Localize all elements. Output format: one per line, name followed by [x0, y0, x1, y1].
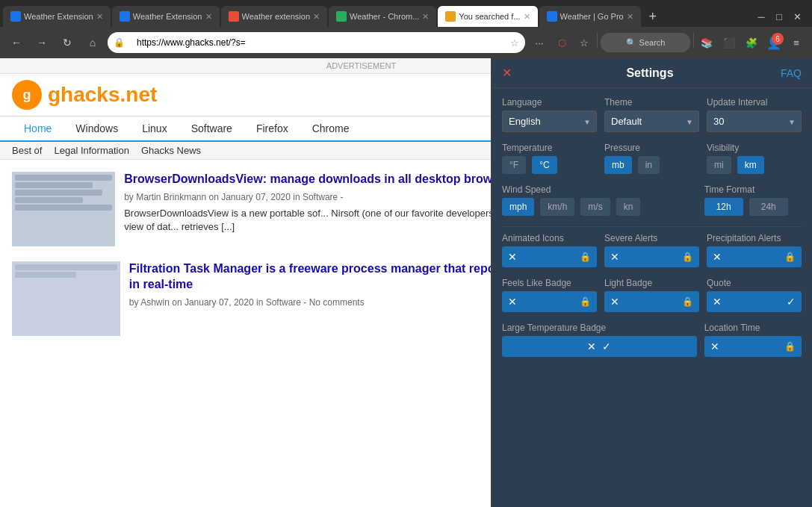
language-select-wrapper: English — [502, 111, 597, 132]
wind-mph-button[interactable]: mph — [502, 198, 534, 216]
tab-close-1[interactable]: ✕ — [96, 12, 103, 22]
search-icon: 🔍 — [626, 38, 636, 48]
quote-label: Quote — [707, 278, 802, 288]
light-badge-toggle[interactable]: ✕ 🔒 — [604, 291, 699, 312]
wind-kmh-button[interactable]: km/h — [540, 198, 574, 216]
toolbar-icons: ··· ⬡ ☆ 🔍 Search 📚 ⬛ 🧩 👤 6 ≡ — [530, 33, 806, 52]
update-interval-label: Update Interval — [707, 97, 802, 108]
tab-close-5[interactable]: ✕ — [524, 12, 530, 22]
temp-c-button[interactable]: °C — [532, 156, 557, 174]
tab-6[interactable]: Weather | Go Pro ✕ — [539, 6, 641, 27]
new-tab-button[interactable]: + — [642, 6, 663, 27]
reload-button[interactable]: ↻ — [57, 32, 78, 53]
tab-5[interactable]: You searched f... ✕ — [438, 6, 537, 27]
temp-f-button[interactable]: °F — [502, 156, 526, 174]
nav-chrome[interactable]: Chrome — [300, 116, 362, 140]
settings-body: Language English Theme Default — [492, 88, 812, 376]
bookmark-icon[interactable]: ☆ — [510, 37, 519, 49]
article-2-thumb — [12, 261, 120, 336]
pressure-in-button[interactable]: in — [638, 156, 660, 174]
wind-unit-row: mph km/h m/s kn — [502, 198, 697, 216]
sidebar-icon[interactable]: ⬛ — [719, 33, 739, 52]
tab-favicon-2 — [120, 11, 130, 22]
severe-alerts-toggle[interactable]: ✕ 🔒 — [604, 246, 699, 267]
tab-close-4[interactable]: ✕ — [422, 12, 429, 22]
nav-home[interactable]: Home — [12, 116, 63, 142]
time-format-label: Time Format — [704, 184, 802, 195]
time-12h-button[interactable]: 12h — [704, 198, 743, 216]
large-temp-group: Large Temperature Badge ✕ ✓ — [502, 323, 697, 357]
maximize-button[interactable]: □ — [773, 10, 785, 22]
theme-label: Theme — [604, 97, 699, 108]
tab-favicon-5 — [445, 11, 456, 22]
visibility-km-button[interactable]: km — [737, 156, 764, 174]
tab-close-3[interactable]: ✕ — [313, 12, 320, 22]
nav-windows[interactable]: Windows — [63, 116, 130, 140]
address-input[interactable] — [128, 32, 507, 53]
sub-nav-legal[interactable]: Legal Information — [54, 145, 128, 156]
tab-2[interactable]: Weather Extension ✕ — [112, 6, 220, 27]
tab-4[interactable]: Weather - Chrom... ✕ — [329, 6, 436, 27]
home-button[interactable]: ⌂ — [82, 32, 103, 53]
nav-linux[interactable]: Linux — [130, 116, 179, 140]
pressure-mb-button[interactable]: mb — [604, 156, 632, 174]
tab-bar: Weather Extension ✕ Weather Extension ✕ … — [0, 0, 812, 27]
feels-like-group: Feels Like Badge ✕ 🔒 — [502, 278, 597, 312]
location-time-toggle[interactable]: ✕ 🔒 — [704, 336, 802, 357]
precipitation-group: Precipitation Alerts ✕ 🔒 — [707, 233, 802, 267]
tab-favicon-1 — [10, 11, 21, 22]
tab-close-6[interactable]: ✕ — [627, 12, 633, 22]
sub-nav-bestof[interactable]: Best of — [12, 145, 42, 156]
time-format-row: 12h 24h — [704, 198, 802, 216]
animated-icons-toggle[interactable]: ✕ 🔒 — [502, 246, 597, 267]
close-window-button[interactable]: ✕ — [791, 10, 803, 22]
feels-like-toggle[interactable]: ✕ 🔒 — [502, 291, 597, 312]
visibility-mi-button[interactable]: mi — [707, 156, 731, 174]
wind-time-row: Wind Speed mph km/h m/s kn Time Format 1… — [502, 184, 802, 216]
logo-icon: g — [12, 80, 42, 110]
quote-toggle[interactable]: ✕ ✓ — [707, 291, 802, 312]
site-name: ghacks.net — [48, 83, 157, 107]
extension-icon[interactable]: 🧩 — [742, 33, 761, 52]
severe-alerts-off-icon: ✕ — [610, 251, 619, 263]
address-bar: ← → ↻ ⌂ 🔒 ☆ ··· ⬡ ☆ 🔍 Search 📚 ⬛ 🧩 👤 6 — [0, 27, 812, 58]
settings-close-button[interactable]: ✕ — [502, 66, 512, 80]
tab-close-2[interactable]: ✕ — [205, 12, 212, 22]
precipitation-toggle[interactable]: ✕ 🔒 — [707, 246, 802, 267]
time-24h-button[interactable]: 24h — [749, 198, 788, 216]
nav-firefox[interactable]: Firefox — [244, 116, 300, 140]
large-temp-toggle[interactable]: ✕ ✓ — [502, 336, 697, 357]
page-content: ADVERTISEMENT g ghacks.net Home Windows … — [0, 58, 812, 507]
pocket-icon[interactable]: ⬡ — [552, 33, 571, 52]
ssl-icon: 🔒 — [114, 37, 125, 48]
settings-row-1: Language English Theme Default — [502, 97, 802, 132]
theme-select[interactable]: Default — [604, 111, 699, 132]
bookmark-star-icon[interactable]: ☆ — [574, 33, 594, 52]
feels-like-off-icon: ✕ — [508, 296, 517, 308]
more-button[interactable]: ··· — [530, 33, 549, 52]
tab-1[interactable]: Weather Extension ✕ — [3, 6, 111, 27]
minimize-button[interactable]: ─ — [755, 10, 767, 22]
nav-software[interactable]: Software — [179, 116, 244, 140]
language-select[interactable]: English — [502, 111, 597, 132]
settings-overlay: ✕ Settings FAQ Language English Theme — [491, 58, 812, 507]
update-interval-select[interactable]: 30 — [707, 111, 802, 132]
forward-button[interactable]: → — [31, 32, 52, 53]
update-interval-select-wrapper: 30 — [707, 111, 802, 132]
back-button[interactable]: ← — [6, 32, 27, 53]
large-temp-off-icon: ✕ — [587, 340, 596, 352]
large-temp-label: Large Temperature Badge — [502, 323, 697, 333]
menu-button[interactable]: ≡ — [787, 33, 806, 52]
profile-icon[interactable]: 👤 6 — [764, 33, 784, 52]
tab-3[interactable]: Weather extension ✕ — [221, 6, 328, 27]
wind-kn-button[interactable]: kn — [616, 198, 641, 216]
settings-faq-link[interactable]: FAQ — [781, 67, 802, 79]
tab-favicon-4 — [336, 11, 347, 22]
wind-ms-button[interactable]: m/s — [580, 198, 610, 216]
search-label: Search — [639, 38, 666, 47]
language-label: Language — [502, 97, 597, 108]
library-icon[interactable]: 📚 — [697, 33, 716, 52]
sub-nav-news[interactable]: Ghacks News — [141, 145, 201, 156]
quote-off-icon: ✕ — [713, 296, 722, 308]
search-bar-input[interactable]: 🔍 Search — [601, 33, 690, 52]
